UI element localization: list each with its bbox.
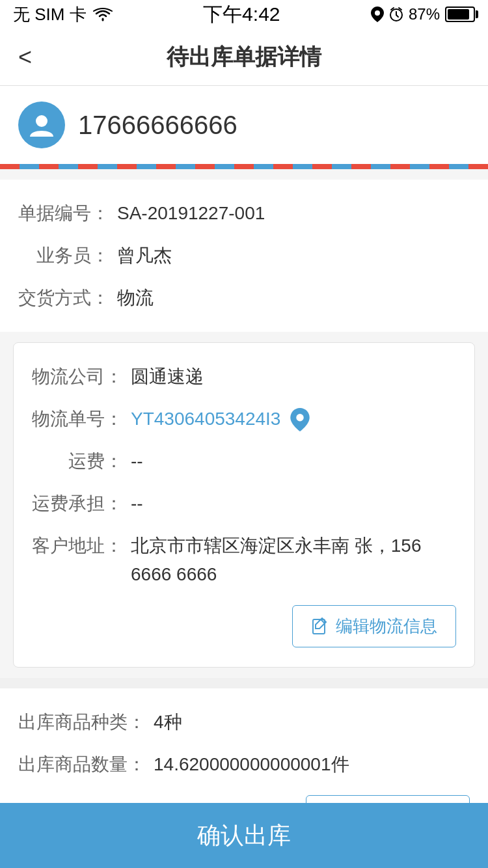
dashed-divider — [0, 164, 488, 169]
address-row: 客户地址： 北京市市辖区海淀区永丰南 张，156 6666 6666 — [32, 532, 456, 590]
delivery-method-label: 交货方式： — [18, 284, 109, 313]
document-number-label: 单据编号： — [18, 199, 109, 228]
edit-logistics-label: 编辑物流信息 — [336, 615, 437, 638]
edit-logistics-button[interactable]: 编辑物流信息 — [292, 605, 456, 647]
delivery-method-value: 物流 — [117, 284, 470, 313]
main-content: 17666666666 单据编号： SA-20191227-001 业务员： 曾… — [0, 86, 488, 868]
logistics-company-label: 物流公司： — [32, 362, 123, 392]
logistics-tracking-value-wrap: YT43064053424I3 — [131, 405, 312, 434]
user-card: 17666666666 — [0, 86, 488, 164]
freight-bearer-row: 运费承担： -- — [32, 489, 456, 519]
address-value: 北京市市辖区海淀区永丰南 张，156 6666 6666 — [131, 532, 456, 590]
goods-quantity-row: 出库商品数量： 14.620000000000001件 — [18, 750, 470, 780]
sales-person-value: 曾凡杰 — [117, 241, 470, 271]
carrier-text: 无 SIM 卡 — [13, 3, 87, 26]
freight-bearer-label: 运费承担： — [32, 489, 123, 519]
sales-person-label: 业务员： — [18, 241, 109, 271]
freight-label: 运费： — [32, 447, 123, 476]
nav-bar: < 待出库单据详情 — [0, 29, 488, 86]
user-phone: 17666666666 — [78, 111, 237, 140]
logistics-company-value: 圆通速递 — [131, 362, 456, 392]
logistics-tracking-row: 物流单号： YT43064053424I3 — [32, 405, 456, 434]
document-number-value: SA-20191227-001 — [117, 199, 470, 228]
alarm-icon — [389, 7, 403, 22]
section-divider — [0, 678, 488, 688]
goods-types-row: 出库商品种类： 4种 — [18, 708, 470, 737]
battery-percent: 87% — [409, 5, 440, 23]
goods-types-label: 出库商品种类： — [18, 708, 146, 737]
edit-button-row: 编辑物流信息 — [32, 605, 456, 647]
freight-row: 运费： -- — [32, 447, 456, 476]
confirm-button[interactable]: 确认出库 — [0, 803, 488, 868]
logistics-card: 物流公司： 圆通速递 物流单号： YT43064053424I3 运费： -- … — [13, 342, 475, 668]
sales-person-row: 业务员： 曾凡杰 — [18, 241, 470, 271]
wifi-icon — [93, 7, 113, 21]
address-label: 客户地址： — [32, 532, 123, 561]
svg-point-3 — [297, 414, 304, 421]
goods-quantity-value: 14.620000000000001件 — [154, 750, 470, 780]
logistics-company-row: 物流公司： 圆通速递 — [32, 362, 456, 392]
delivery-method-row: 交货方式： 物流 — [18, 284, 470, 313]
goods-types-value: 4种 — [154, 708, 470, 737]
freight-bearer-value: -- — [131, 489, 456, 519]
status-bar: 无 SIM 卡 下午4:42 87% — [0, 0, 488, 29]
logistics-tracking-value: YT43064053424I3 — [131, 405, 280, 434]
edit-icon — [311, 617, 329, 636]
document-number-row: 单据编号： SA-20191227-001 — [18, 199, 470, 228]
battery-icon — [445, 7, 475, 22]
location-status-icon — [371, 7, 384, 22]
logistics-tracking-label: 物流单号： — [32, 405, 123, 434]
tracking-location-icon[interactable] — [288, 408, 312, 431]
avatar — [18, 102, 65, 148]
status-time: 下午4:42 — [203, 1, 280, 28]
goods-quantity-label: 出库商品数量： — [18, 750, 146, 780]
status-right: 87% — [371, 5, 475, 23]
back-button[interactable]: < — [18, 44, 32, 71]
svg-point-0 — [375, 10, 380, 16]
user-icon — [27, 111, 56, 139]
order-info-section: 单据编号： SA-20191227-001 业务员： 曾凡杰 交货方式： 物流 — [0, 180, 488, 332]
confirm-button-label: 确认出库 — [197, 820, 291, 852]
svg-point-2 — [36, 115, 47, 127]
freight-value: -- — [131, 447, 456, 476]
status-left: 无 SIM 卡 — [13, 3, 113, 26]
page-title: 待出库单据详情 — [167, 42, 321, 72]
